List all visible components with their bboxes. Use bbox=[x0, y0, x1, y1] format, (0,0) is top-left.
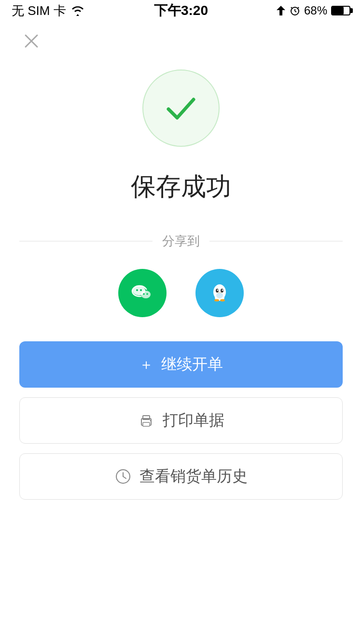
share-label: 分享到 bbox=[153, 233, 209, 250]
divider-right bbox=[209, 241, 343, 241]
svg-rect-25 bbox=[143, 422, 150, 426]
svg-point-17 bbox=[217, 290, 219, 291]
alarm-icon bbox=[290, 5, 300, 16]
status-right: 68% bbox=[276, 4, 350, 17]
wechat-icon bbox=[129, 280, 156, 307]
share-divider: 分享到 bbox=[0, 233, 362, 250]
continue-label: 继续开单 bbox=[161, 354, 223, 375]
svg-point-8 bbox=[141, 291, 151, 298]
success-title: 保存成功 bbox=[131, 170, 231, 204]
action-buttons: ＋ 继续开单 打印单据 查看销货单历史 bbox=[0, 341, 362, 500]
success-icon-circle bbox=[142, 70, 220, 147]
divider-left bbox=[19, 241, 153, 241]
plus-icon: ＋ bbox=[139, 355, 153, 375]
svg-point-20 bbox=[214, 299, 219, 302]
main-content: 保存成功 分享到 bbox=[0, 21, 362, 500]
print-label: 打印单据 bbox=[163, 410, 224, 431]
svg-point-11 bbox=[143, 293, 145, 295]
qq-icon bbox=[206, 280, 233, 307]
wechat-share-button[interactable] bbox=[118, 269, 167, 317]
qq-share-button[interactable] bbox=[195, 269, 244, 317]
wifi-icon bbox=[71, 5, 84, 16]
clock-icon bbox=[114, 468, 132, 485]
no-sim-text: 无 SIM 卡 bbox=[12, 2, 66, 19]
continue-button[interactable]: ＋ 继续开单 bbox=[19, 341, 343, 388]
share-icons-row bbox=[118, 269, 244, 317]
status-bar: 无 SIM 卡 下午3:20 68% bbox=[0, 0, 362, 21]
close-button[interactable] bbox=[19, 29, 43, 53]
status-time: 下午3:20 bbox=[154, 1, 208, 20]
svg-point-12 bbox=[146, 293, 148, 295]
print-button[interactable]: 打印单据 bbox=[19, 397, 343, 444]
svg-line-29 bbox=[123, 476, 126, 478]
location-icon bbox=[276, 5, 286, 16]
svg-point-21 bbox=[220, 299, 225, 302]
printer-icon bbox=[138, 412, 155, 429]
checkmark-icon bbox=[162, 89, 200, 127]
history-label: 查看销货单历史 bbox=[139, 466, 248, 487]
status-left: 无 SIM 卡 bbox=[12, 2, 84, 19]
svg-point-10 bbox=[140, 289, 142, 291]
svg-point-26 bbox=[150, 420, 152, 421]
svg-line-2 bbox=[295, 11, 296, 12]
battery-icon bbox=[331, 6, 350, 15]
battery-percent: 68% bbox=[304, 4, 327, 17]
history-button[interactable]: 查看销货单历史 bbox=[19, 453, 343, 500]
share-section: 分享到 bbox=[0, 233, 362, 317]
svg-point-9 bbox=[136, 289, 138, 291]
svg-point-18 bbox=[222, 290, 223, 291]
svg-point-22 bbox=[216, 293, 223, 298]
